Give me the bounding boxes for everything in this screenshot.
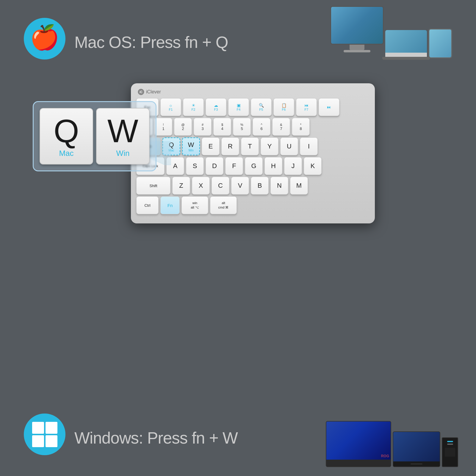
- key-3[interactable]: # 3: [194, 118, 212, 136]
- big-key-w: W Win: [96, 108, 150, 165]
- win-icon-br: [46, 435, 57, 447]
- mac-monitor: [330, 6, 384, 45]
- windows-label: Windows: Press fn + W: [74, 419, 238, 449]
- windows-text: Windows: Press fn + W: [74, 419, 238, 450]
- big-q-label: Mac: [59, 149, 73, 158]
- key-c[interactable]: C: [212, 177, 229, 195]
- win-icon-tr: [46, 422, 57, 434]
- key-5[interactable]: % 5: [233, 118, 251, 136]
- key-t[interactable]: T: [241, 137, 259, 155]
- keyboard-brand: iC iClever: [136, 89, 369, 95]
- a-key-row: Caps Lock A S D F G H J K: [136, 157, 369, 175]
- key-b[interactable]: B: [251, 177, 269, 195]
- key-f8[interactable]: ⏭: [319, 98, 339, 116]
- fn-key-row: Esc ☼ F1 ☀ F2 ☁ F3 ▣ F4 🔍 F5: [136, 98, 369, 116]
- key-r[interactable]: R: [221, 137, 239, 155]
- windows-icon: [31, 420, 59, 449]
- key-7[interactable]: & 7: [272, 118, 290, 136]
- svg-text:iC: iC: [140, 90, 143, 94]
- key-k[interactable]: K: [304, 157, 322, 175]
- key-e[interactable]: E: [202, 137, 220, 155]
- key-f[interactable]: F: [225, 157, 243, 175]
- key-f1[interactable]: ☼ F1: [160, 98, 181, 116]
- key-6[interactable]: ^ 6: [253, 118, 270, 136]
- key-g[interactable]: G: [245, 157, 263, 175]
- number-key-row: ~ ` ! 1 @ 2 # 3 $ 4 % 5: [136, 118, 369, 136]
- brand-logo-icon: iC: [138, 89, 144, 95]
- top-section: 🍎 Mac OS: Press fn + Q: [24, 18, 228, 60]
- z-key-row: Shift Z X C V B N M: [136, 177, 369, 195]
- apple-circle: 🍎: [24, 18, 65, 60]
- key-f5[interactable]: 🔍 F5: [251, 98, 272, 116]
- win-monitor: [393, 431, 440, 467]
- key-d[interactable]: D: [206, 157, 223, 175]
- mac-os-text: Mac OS: Press fn + Q: [74, 24, 228, 54]
- key-s[interactable]: S: [186, 157, 204, 175]
- key-2[interactable]: @ 2: [174, 118, 192, 136]
- q-key-row: Tab Q Mac W Win E R T Y U I: [136, 137, 369, 155]
- big-q-letter: Q: [54, 115, 79, 147]
- key-win-alt[interactable]: winalt ⌥: [181, 196, 208, 214]
- key-1[interactable]: ! 1: [154, 118, 172, 136]
- big-keys-highlight: Q Mac W Win: [33, 101, 156, 171]
- mac-devices: [330, 6, 452, 58]
- key-4[interactable]: $ 4: [213, 118, 231, 136]
- key-j[interactable]: J: [284, 157, 302, 175]
- key-f6[interactable]: 📋 F6: [273, 98, 294, 116]
- key-v[interactable]: V: [231, 177, 249, 195]
- brand-name: iClever: [146, 89, 161, 95]
- mac-ipad: [428, 29, 452, 58]
- big-key-q: Q Mac: [40, 108, 93, 165]
- apple-icon: 🍎: [30, 26, 60, 49]
- key-m[interactable]: M: [290, 177, 308, 195]
- bottom-section: Windows: Press fn + W: [24, 414, 238, 455]
- key-f7[interactable]: ⏮ F7: [296, 98, 317, 116]
- windows-devices: [326, 421, 458, 467]
- key-x[interactable]: X: [192, 177, 210, 195]
- windows-circle: [24, 414, 65, 455]
- big-w-label: Win: [116, 149, 130, 158]
- key-f3[interactable]: ☁ F3: [206, 98, 226, 116]
- mac-laptop: [385, 30, 427, 58]
- win-icon-bl: [32, 435, 44, 447]
- key-h[interactable]: H: [264, 157, 282, 175]
- key-fn[interactable]: Fn: [160, 196, 180, 214]
- win-device-group: [326, 421, 458, 467]
- key-f4[interactable]: ▣ F4: [228, 98, 249, 116]
- win-laptop: [326, 421, 391, 467]
- key-n[interactable]: N: [270, 177, 288, 195]
- win-icon-tl: [32, 422, 44, 434]
- ctrl-key-row: Ctrl Fn winalt ⌥ altcmd ⌘: [136, 196, 369, 214]
- key-u[interactable]: U: [280, 137, 298, 155]
- mac-device-group: [330, 6, 452, 58]
- key-y[interactable]: Y: [261, 137, 278, 155]
- key-8[interactable]: * 8: [292, 118, 310, 136]
- key-ctrl[interactable]: Ctrl: [136, 196, 159, 214]
- key-z[interactable]: Z: [172, 177, 190, 195]
- mac-os-label: Mac OS: Press fn + Q: [74, 24, 228, 54]
- big-w-letter: W: [107, 115, 138, 147]
- key-shift[interactable]: Shift: [136, 177, 170, 195]
- key-alt-cmd[interactable]: altcmd ⌘: [210, 196, 237, 214]
- win-tower: [442, 437, 458, 467]
- key-i[interactable]: I: [300, 137, 318, 155]
- key-w[interactable]: W Win: [182, 137, 200, 155]
- key-f2[interactable]: ☀ F2: [183, 98, 204, 116]
